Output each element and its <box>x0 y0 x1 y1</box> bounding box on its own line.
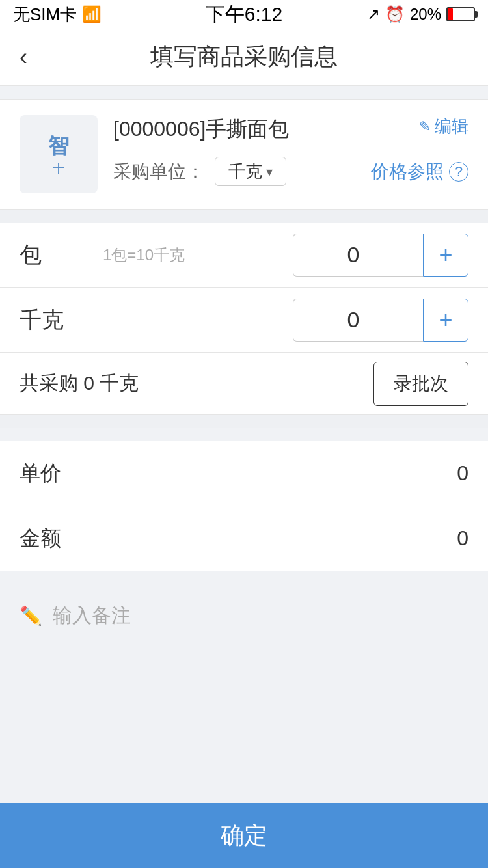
status-right: ↗ ⏰ 20% <box>367 5 475 23</box>
info-icon: ? <box>449 162 468 182</box>
confirm-label: 确定 <box>221 820 267 852</box>
unit-label: 采购单位： <box>113 159 204 184</box>
total-row: 共采购 0 千克 录批次 <box>0 353 488 415</box>
section-divider-1 <box>0 210 488 223</box>
unit-select[interactable]: 千克 ▾ <box>215 157 286 186</box>
wifi-icon: 📶 <box>82 5 102 23</box>
edit-icon: ✎ <box>419 118 431 135</box>
pencil-icon: ✏️ <box>20 605 42 627</box>
back-button[interactable]: ‹ <box>20 44 27 71</box>
status-left: 无SIM卡 📶 <box>13 3 102 26</box>
quantity-section: 包 1包=10千克 + 千克 + <box>0 223 488 353</box>
edit-label: 编辑 <box>435 115 468 138</box>
record-batch-button[interactable]: 录批次 <box>373 362 468 406</box>
quantity-plus-kg[interactable]: + <box>423 299 468 342</box>
price-value: 0 <box>457 461 468 485</box>
quantity-plus-bao[interactable]: + <box>423 234 468 277</box>
product-logo: 智 <box>48 132 69 161</box>
quantity-input-wrap-bao: + <box>293 234 468 277</box>
quantity-sub-label-bao: 1包=10千克 <box>103 245 185 265</box>
unit-value: 千克 <box>228 160 262 183</box>
product-unit-row: 采购单位： 千克 ▾ 价格参照 ? <box>113 157 468 186</box>
info-row-price: 单价 0 <box>0 441 488 506</box>
info-section: 单价 0 金额 0 <box>0 441 488 571</box>
price-ref-label: 价格参照 <box>371 159 444 184</box>
quantity-input-bao[interactable] <box>293 234 423 277</box>
remark-placeholder: 输入备注 <box>53 603 131 629</box>
amount-label: 金额 <box>20 524 61 553</box>
quantity-label-kg: 千克 <box>20 305 98 335</box>
quantity-input-wrap-kg: + <box>293 299 468 342</box>
page-title: 填写商品采购信息 <box>150 41 338 73</box>
product-name: [0000006]手撕面包 <box>113 115 468 144</box>
product-card: 智 十 [0000006]手撕面包 采购单位： 千克 ▾ 价格参照 ? ✎ 编辑 <box>0 99 488 210</box>
status-time: 下午6:12 <box>206 1 282 28</box>
chevron-down-icon: ▾ <box>266 164 273 180</box>
quantity-label-bao: 包 <box>20 240 98 270</box>
quantity-row-kg: 千克 + <box>0 288 488 353</box>
info-row-amount: 金额 0 <box>0 506 488 571</box>
battery-icon <box>446 7 475 21</box>
status-bar: 无SIM卡 📶 下午6:12 ↗ ⏰ 20% <box>0 0 488 29</box>
total-text: 共采购 0 千克 <box>20 370 139 397</box>
location-icon: ↗ <box>367 5 380 23</box>
quantity-input-kg[interactable] <box>293 299 423 342</box>
battery-percent: 20% <box>410 5 441 23</box>
remark-section[interactable]: ✏️ 输入备注 <box>0 584 488 647</box>
price-ref-button[interactable]: 价格参照 ? <box>371 159 468 184</box>
amount-value: 0 <box>457 526 468 550</box>
nav-bar: ‹ 填写商品采购信息 <box>0 29 488 86</box>
section-divider-2 <box>0 415 488 428</box>
carrier-text: 无SIM卡 <box>13 3 77 26</box>
product-info: [0000006]手撕面包 采购单位： 千克 ▾ 价格参照 ? <box>113 115 468 186</box>
quantity-row-bao: 包 1包=10千克 + <box>0 223 488 288</box>
product-image: 智 十 <box>20 115 98 193</box>
confirm-button[interactable]: 确定 <box>0 803 488 868</box>
alarm-icon: ⏰ <box>385 5 405 23</box>
product-logo-sub: 十 <box>53 161 64 176</box>
edit-button[interactable]: ✎ 编辑 <box>419 115 468 138</box>
price-label: 单价 <box>20 459 61 488</box>
